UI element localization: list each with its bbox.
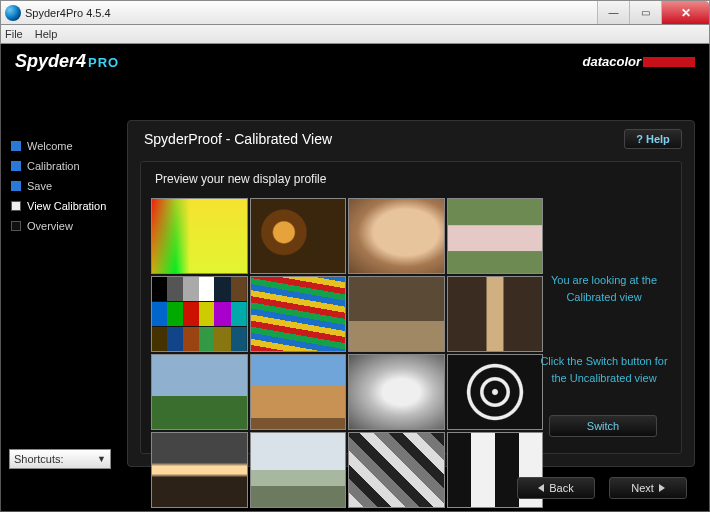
chevron-down-icon: ▼	[97, 454, 106, 464]
thumbnail[interactable]	[151, 276, 248, 352]
thumbnail[interactable]	[250, 276, 347, 352]
thumbnail[interactable]	[348, 354, 445, 430]
arrow-left-icon	[538, 484, 544, 492]
brand-company: datacolor	[582, 54, 695, 69]
thumbnail[interactable]	[348, 198, 445, 274]
thumbnail[interactable]	[447, 354, 544, 430]
app-body: Spyder4PRO datacolor Welcome Calibration…	[0, 44, 710, 512]
thumbnail[interactable]	[250, 354, 347, 430]
menu-bar: File Help	[0, 24, 710, 44]
arrow-right-icon	[659, 484, 665, 492]
shortcuts-dropdown[interactable]: Shortcuts: ▼	[9, 449, 111, 469]
thumbnail[interactable]	[151, 432, 248, 508]
main-panel: SpyderProof - Calibrated View ?Help Prev…	[127, 120, 695, 467]
nav-buttons: Back Next	[517, 477, 687, 499]
next-label: Next	[631, 482, 654, 494]
shortcuts-label: Shortcuts:	[14, 453, 64, 465]
sidebar-item-label: Calibration	[27, 160, 80, 172]
thumbnail[interactable]	[151, 198, 248, 274]
thumbnail[interactable]	[151, 354, 248, 430]
window-titlebar: Spyder4Pro 4.5.4 — ▭ ✕	[0, 0, 710, 24]
switch-button[interactable]: Switch	[549, 415, 657, 437]
info-text: You are looking at the Calibrated view C…	[539, 272, 669, 386]
sidebar-item-label: Overview	[27, 220, 73, 232]
question-icon: ?	[636, 133, 643, 145]
minimize-button[interactable]: —	[597, 1, 629, 24]
app-icon	[5, 5, 21, 21]
company-bar-icon	[643, 57, 695, 67]
brand-suffix: PRO	[88, 55, 119, 70]
thumbnail[interactable]	[348, 432, 445, 508]
thumbnail[interactable]	[348, 276, 445, 352]
sidebar-item-label: Save	[27, 180, 52, 192]
thumbnail[interactable]	[447, 276, 544, 352]
sidebar-item-welcome[interactable]: Welcome	[9, 136, 125, 156]
step-icon	[11, 181, 21, 191]
step-icon	[11, 201, 21, 211]
thumbnail-grid	[151, 198, 543, 508]
menu-help[interactable]: Help	[35, 28, 58, 40]
help-label: Help	[646, 133, 670, 145]
thumbnail[interactable]	[250, 198, 347, 274]
step-icon	[11, 221, 21, 231]
app-header: Spyder4PRO datacolor	[1, 44, 709, 78]
switch-label: Switch	[587, 420, 619, 432]
sidebar-item-label: View Calibration	[27, 200, 106, 212]
preview-subtitle: Preview your new display profile	[141, 162, 681, 194]
sidebar-item-label: Welcome	[27, 140, 73, 152]
sidebar-nav: Welcome Calibration Save View Calibratio…	[9, 136, 125, 236]
step-icon	[11, 161, 21, 171]
info-line-2: Click the Switch button for the Uncalibr…	[539, 353, 669, 386]
window-title: Spyder4Pro 4.5.4	[25, 7, 597, 19]
preview-panel: Preview your new display profile	[140, 161, 682, 454]
close-button[interactable]: ✕	[661, 1, 709, 24]
sidebar-item-save[interactable]: Save	[9, 176, 125, 196]
panel-title: SpyderProof - Calibrated View	[128, 121, 694, 153]
help-button[interactable]: ?Help	[624, 129, 682, 149]
next-button[interactable]: Next	[609, 477, 687, 499]
thumbnail[interactable]	[447, 198, 544, 274]
sidebar-item-calibration[interactable]: Calibration	[9, 156, 125, 176]
info-line-1: You are looking at the Calibrated view	[539, 272, 669, 305]
sidebar-item-overview[interactable]: Overview	[9, 216, 125, 236]
maximize-button[interactable]: ▭	[629, 1, 661, 24]
window-controls: — ▭ ✕	[597, 1, 709, 24]
thumbnail[interactable]	[250, 432, 347, 508]
step-icon	[11, 141, 21, 151]
brand-name: Spyder4	[15, 51, 86, 71]
back-button[interactable]: Back	[517, 477, 595, 499]
brand-logo: Spyder4PRO	[15, 51, 119, 72]
menu-file[interactable]: File	[5, 28, 23, 40]
sidebar-item-view-calibration[interactable]: View Calibration	[9, 196, 125, 216]
back-label: Back	[549, 482, 573, 494]
company-name: datacolor	[582, 54, 641, 69]
